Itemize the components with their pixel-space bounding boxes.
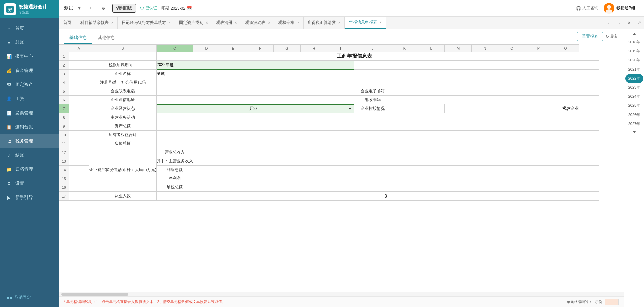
calendar-icon[interactable]: 📅 bbox=[187, 6, 192, 11]
tab-fixed-cat-close[interactable]: × bbox=[206, 21, 208, 25]
sidebar-item-settings[interactable]: ⚙ 设置 bbox=[0, 176, 59, 190]
cell-q9[interactable] bbox=[579, 122, 599, 131]
cell-c13[interactable]: 其中：主营业务收入 bbox=[157, 157, 193, 166]
cell-q14[interactable] bbox=[579, 166, 599, 174]
topbar-settings-btn[interactable]: ⚙ bbox=[99, 4, 108, 13]
year-item-2024[interactable]: 2024年 bbox=[625, 92, 643, 101]
cell-c8[interactable] bbox=[157, 113, 579, 122]
cell-q8[interactable] bbox=[579, 113, 599, 122]
cell-j5[interactable]: 企业电子邮箱 bbox=[354, 87, 391, 96]
cell-k5[interactable] bbox=[391, 87, 579, 96]
tab-home[interactable]: 首页 bbox=[59, 17, 76, 29]
cell-q12[interactable] bbox=[579, 148, 599, 157]
cell-l17[interactable] bbox=[418, 192, 579, 201]
sheet-hscroll[interactable] bbox=[59, 292, 624, 296]
cell-b8[interactable]: 主营业务活动 bbox=[89, 113, 157, 122]
cell-k6[interactable] bbox=[391, 96, 579, 104]
dropdown-cell[interactable]: 开业 ▼ bbox=[157, 105, 354, 112]
col-header-j[interactable]: J bbox=[354, 45, 391, 52]
cell-q6[interactable] bbox=[579, 96, 599, 104]
service-button[interactable]: 🎧 人工咨询 bbox=[576, 5, 598, 11]
tab-tax-wave[interactable]: 税负波动表 × bbox=[241, 17, 274, 29]
col-header-k[interactable]: K bbox=[391, 45, 418, 52]
cell-q2[interactable] bbox=[579, 61, 599, 70]
cell-d12[interactable] bbox=[193, 148, 579, 157]
cell-c5[interactable] bbox=[157, 87, 354, 96]
col-header-b[interactable]: B bbox=[89, 45, 157, 52]
col-header-f[interactable]: F bbox=[247, 45, 274, 52]
col-header-h[interactable]: H bbox=[301, 45, 327, 52]
pin-button[interactable]: ◀◀ 取消固定 bbox=[0, 291, 59, 304]
cell-b11[interactable]: 负债总额 bbox=[89, 139, 157, 148]
spreadsheet-scroll[interactable]: A B C D E F G H I J bbox=[59, 44, 624, 292]
tab-journal-close[interactable]: × bbox=[169, 21, 171, 25]
sidebar-item-archive[interactable]: 📁 归档管理 bbox=[0, 162, 59, 176]
cell-q1[interactable] bbox=[552, 52, 579, 61]
col-header-o[interactable]: O bbox=[498, 45, 525, 52]
year-item-2023[interactable]: 2023年 bbox=[625, 83, 643, 92]
cell-q16[interactable] bbox=[579, 183, 599, 192]
sidebar-item-guide[interactable]: ▶ 新手引导 bbox=[0, 190, 59, 205]
cell-m7[interactable]: 私营企业 bbox=[445, 104, 579, 113]
sidebar-item-invoice[interactable]: 🧾 发票管理 bbox=[0, 106, 59, 120]
cell-d14[interactable] bbox=[193, 166, 579, 174]
tab-expand-btn[interactable]: ⤢ bbox=[634, 17, 644, 29]
cell-j17[interactable]: 0 bbox=[354, 192, 418, 201]
cell-a1[interactable] bbox=[69, 52, 89, 61]
cell-c4[interactable] bbox=[157, 78, 354, 87]
tab-close-all-btn[interactable]: × bbox=[624, 17, 634, 29]
cell-j3[interactable] bbox=[354, 70, 579, 78]
cell-b5[interactable]: 企业联系电话 bbox=[89, 87, 157, 96]
col-header-p[interactable]: P bbox=[525, 45, 552, 52]
sidebar-item-asset[interactable]: 🏗 固定资产 bbox=[0, 78, 59, 92]
hscroll-thumb[interactable] bbox=[61, 293, 128, 296]
sidebar-item-settle[interactable]: ✓ 结账 bbox=[0, 148, 59, 162]
cell-a9[interactable] bbox=[69, 122, 89, 131]
cell-a16[interactable] bbox=[69, 183, 89, 192]
cell-q11[interactable] bbox=[579, 139, 599, 148]
year-nav-down-btn[interactable] bbox=[625, 128, 643, 136]
cell-a11[interactable] bbox=[69, 139, 89, 148]
cell-a13[interactable] bbox=[69, 157, 89, 166]
tab-prev-btn[interactable]: ‹ bbox=[604, 17, 614, 29]
tab-tax-clear-close[interactable]: × bbox=[235, 21, 237, 25]
sub-tab-other[interactable]: 其他信息 bbox=[92, 32, 120, 44]
cell-c16[interactable]: 纳税总额 bbox=[157, 183, 193, 192]
cell-q13[interactable] bbox=[579, 157, 599, 166]
cell-j7[interactable]: 企业控股情况 bbox=[354, 104, 391, 113]
cell-a6[interactable] bbox=[69, 96, 89, 104]
sidebar-item-home[interactable]: ⌂ 首页 bbox=[0, 21, 59, 35]
cell-c11[interactable] bbox=[157, 139, 579, 148]
sidebar-item-fund[interactable]: 💰 资金管理 bbox=[0, 63, 59, 78]
cell-b6[interactable]: 企业通信地址 bbox=[89, 96, 157, 104]
cell-q15[interactable] bbox=[579, 174, 599, 183]
col-header-l[interactable]: L bbox=[418, 45, 445, 52]
cell-b17[interactable]: 从业人数 bbox=[89, 192, 157, 201]
tab-tax-expert-close[interactable]: × bbox=[297, 21, 299, 25]
year-item-2021[interactable]: 2021年 bbox=[625, 65, 643, 74]
cell-a7[interactable] bbox=[69, 104, 89, 113]
col-header-n[interactable]: N bbox=[472, 45, 498, 52]
tab-aux-close[interactable]: × bbox=[111, 21, 113, 25]
cell-j2[interactable] bbox=[354, 61, 579, 70]
cell-b3[interactable]: 企业名称 bbox=[89, 70, 157, 78]
cell-d16[interactable] bbox=[193, 183, 579, 192]
col-header-a[interactable]: A bbox=[69, 45, 89, 52]
cell-q17[interactable] bbox=[579, 192, 599, 201]
col-header-q[interactable]: Q bbox=[552, 45, 579, 52]
sub-tab-basic[interactable]: 基础信息 bbox=[64, 32, 92, 44]
tab-annual-close[interactable]: × bbox=[380, 20, 382, 24]
cell-a5[interactable] bbox=[69, 87, 89, 96]
tab-tax-clear[interactable]: 税表清册 × bbox=[212, 17, 241, 29]
cell-q4[interactable] bbox=[579, 78, 599, 87]
cell-b9[interactable]: 资产总额 bbox=[89, 122, 157, 131]
year-item-2020[interactable]: 2020年 bbox=[625, 56, 643, 65]
year-item-2027[interactable]: 2027年 bbox=[625, 119, 643, 128]
col-header-i[interactable]: I bbox=[327, 45, 354, 52]
cell-c3[interactable]: 测试 bbox=[157, 70, 354, 78]
cell-c17[interactable] bbox=[157, 192, 354, 201]
tab-aux[interactable]: 科目辅助余额表 × bbox=[76, 17, 118, 29]
cell-a12[interactable] bbox=[69, 148, 89, 157]
cell-d15[interactable] bbox=[193, 174, 579, 183]
col-header-g[interactable]: G bbox=[274, 45, 301, 52]
